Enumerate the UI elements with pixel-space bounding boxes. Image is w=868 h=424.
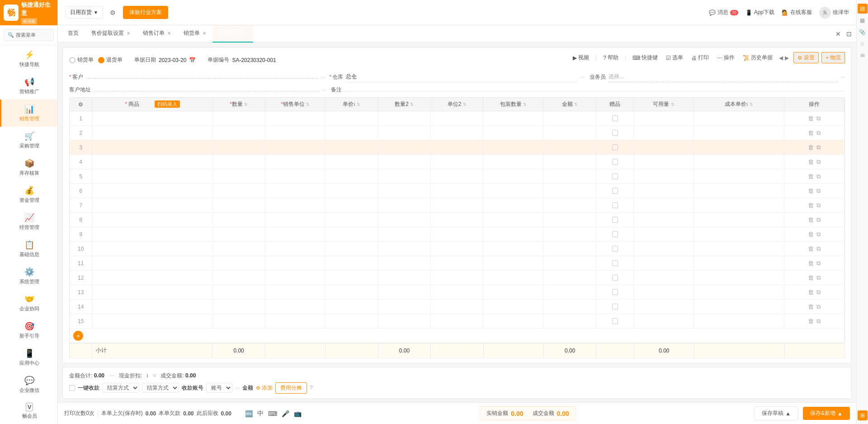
unit-cell-10[interactable] — [265, 242, 326, 256]
sidebar-item-shortcut[interactable]: ⚡ 快捷导航 — [0, 45, 57, 72]
price-info-icon[interactable]: ℹ — [354, 102, 355, 107]
save-new-button[interactable]: 保存&新增 ▲ — [803, 407, 850, 420]
price-cell-1[interactable] — [326, 111, 378, 126]
copy-row-4[interactable]: ⧉ — [816, 158, 821, 166]
amount-cell-5[interactable] — [543, 169, 596, 184]
calendar-icon[interactable]: 📅 — [189, 57, 196, 63]
remark-input[interactable] — [344, 88, 845, 91]
qty-cell-5[interactable] — [212, 169, 265, 184]
price-cell-7[interactable] — [326, 198, 378, 213]
save-draft-button[interactable]: 保存草稿 ▲ — [754, 406, 798, 420]
print-btn[interactable]: 🖨 打印 — [689, 53, 711, 62]
delete-row-15[interactable]: 🗑 — [808, 318, 814, 325]
tab-home[interactable]: 首页 — [61, 25, 85, 43]
qty-cell-7[interactable] — [212, 198, 265, 213]
goods-cell-7[interactable] — [92, 198, 212, 213]
unit2-cell-15[interactable] — [430, 314, 483, 329]
goods-cell-11[interactable] — [92, 256, 212, 271]
sidebar-item-basic[interactable]: 📋 基础信息 — [0, 235, 57, 262]
pack-qty-cell-5[interactable] — [483, 169, 543, 184]
pack-qty-cell-12[interactable] — [483, 271, 543, 285]
unit-cell-6[interactable] — [265, 184, 326, 198]
unit-cell-9[interactable] — [265, 227, 326, 242]
qty2-cell-10[interactable] — [378, 242, 430, 256]
qty2-cell-11[interactable] — [378, 256, 430, 271]
qty2-cell-13[interactable] — [378, 285, 430, 300]
goods-cell-4[interactable] — [92, 155, 212, 169]
right-panel-grid-detail[interactable]: ▦ — [858, 15, 868, 25]
delete-row-7[interactable]: 🗑 — [808, 202, 814, 209]
pack-qty-cell-9[interactable] — [483, 227, 543, 242]
qty-cell-8[interactable] — [212, 213, 265, 227]
sidebar-item-guide[interactable]: 🎯 新手引导 — [0, 317, 57, 344]
tab-sales-order-close[interactable]: ✕ — [167, 31, 171, 36]
gift-checkbox-11[interactable] — [612, 260, 618, 266]
industry-select[interactable]: 日用百货 ▼ — [65, 6, 103, 19]
operate-btn[interactable]: ⋯ 操作 — [715, 53, 736, 62]
setting-button[interactable]: ⚙ 设置 — [793, 52, 819, 63]
message-button[interactable]: 💬 消息 70 — [709, 9, 738, 16]
sidebar-item-purchase[interactable]: 🛒 采购管理 — [0, 127, 57, 154]
amount-cell-6[interactable] — [543, 184, 596, 198]
address-more-icon[interactable]: ··· — [322, 87, 326, 93]
account-select[interactable]: 账号 — [206, 383, 232, 393]
goods-cell-6[interactable] — [92, 184, 212, 198]
pack-qty-cell-2[interactable] — [483, 126, 543, 140]
unit-cell-2[interactable] — [265, 126, 326, 140]
online-service-button[interactable]: 💁 在线客服 — [782, 9, 812, 16]
pack-qty-cell-11[interactable] — [483, 256, 543, 271]
unit-cell-7[interactable] — [265, 198, 326, 213]
gift-checkbox-15[interactable] — [612, 318, 618, 324]
th-gear[interactable]: ⚙ — [70, 98, 92, 111]
gift-cell-6[interactable] — [596, 184, 633, 198]
gift-checkbox-10[interactable] — [612, 246, 618, 252]
sidebar-item-marketing[interactable]: 📢 营销推广 — [0, 72, 57, 100]
delete-row-8[interactable]: 🗑 — [808, 216, 814, 224]
qty-cell-10[interactable] — [212, 242, 265, 256]
pack-qty-cell-8[interactable] — [483, 213, 543, 227]
tab-sales-delivery-close[interactable]: ✕ — [203, 31, 206, 36]
experience-button[interactable]: 体验行业方案 — [123, 6, 168, 19]
gift-cell-9[interactable] — [596, 227, 633, 242]
unit2-cell-11[interactable] — [430, 256, 483, 271]
qty2-sort-icon[interactable]: ⇅ — [410, 102, 414, 107]
unit2-cell-13[interactable] — [430, 285, 483, 300]
warehouse-more-icon[interactable]: ··· — [580, 74, 585, 80]
add-fee-button[interactable]: ⊕ 添加 — [256, 384, 273, 392]
gift-cell-3[interactable] — [596, 140, 633, 155]
qty-cell-1[interactable] — [212, 111, 265, 126]
goods-cell-2[interactable] — [92, 126, 212, 140]
delete-row-9[interactable]: 🗑 — [808, 231, 814, 238]
amount-sort-icon[interactable]: ⇅ — [574, 102, 578, 107]
tab-sales-order[interactable]: 销售订单 ✕ — [137, 25, 177, 43]
unit2-cell-9[interactable] — [430, 227, 483, 242]
app-download-button[interactable]: 📱 App下载 — [745, 9, 774, 16]
qty-cell-13[interactable] — [212, 285, 265, 300]
right-panel-expand[interactable]: ⊞ — [858, 410, 868, 420]
shortcut-btn[interactable]: ⌨ 快捷键 — [631, 53, 660, 62]
amount-cell-8[interactable] — [543, 213, 596, 227]
cost-sort-icon[interactable]: ⇅ — [750, 102, 753, 107]
qty-cell-6[interactable] — [212, 184, 265, 198]
copy-row-15[interactable]: ⧉ — [816, 318, 821, 325]
unit2-cell-6[interactable] — [430, 184, 483, 198]
pack-qty-cell-7[interactable] — [483, 198, 543, 213]
close-tab-button[interactable]: ✕ — [835, 29, 842, 38]
price-cell-12[interactable] — [326, 271, 378, 285]
pack-qty-sort-icon[interactable]: ⇅ — [523, 102, 527, 107]
delete-row-12[interactable]: 🗑 — [808, 274, 814, 281]
qty2-cell-15[interactable] — [378, 314, 430, 329]
pack-qty-cell-15[interactable] — [483, 314, 543, 329]
qty-cell-3[interactable] — [212, 140, 265, 155]
copy-row-9[interactable]: ⧉ — [816, 231, 821, 238]
unit-cell-1[interactable] — [265, 111, 326, 126]
sidebar-item-operations[interactable]: 📈 经营管理 — [0, 208, 57, 235]
delete-row-13[interactable]: 🗑 — [808, 289, 814, 296]
prev-record-icon[interactable]: ◀ — [779, 55, 783, 61]
customer-input[interactable] — [86, 76, 318, 79]
price-cell-3[interactable] — [326, 140, 378, 155]
qty-cell-9[interactable] — [212, 227, 265, 242]
unit-cell-4[interactable] — [265, 155, 326, 169]
goods-input-active[interactable] — [95, 144, 209, 151]
unit2-cell-2[interactable] — [430, 126, 483, 140]
